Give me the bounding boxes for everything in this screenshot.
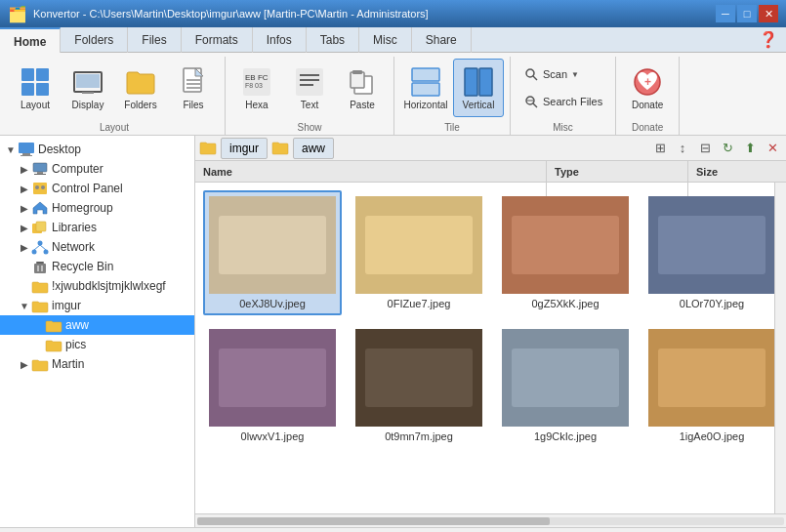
libraries-icon (31, 220, 49, 235)
file-item-3[interactable]: 0LOr70Y.jpeg (642, 190, 781, 315)
network-icon (31, 239, 49, 255)
sidebar-item-label-xjw: !xjwubdklsjtmjklwlxegf (52, 279, 166, 293)
file-item-6[interactable]: 1g9CkIc.jpeg (496, 323, 635, 448)
tab-tabs[interactable]: Tabs (307, 27, 359, 53)
svg-line-28 (533, 103, 537, 107)
sidebar-item-desktop[interactable]: ▼ Desktop (0, 140, 194, 159)
sidebar-item-martin[interactable]: ▶ Martin (0, 354, 194, 374)
tab-folders[interactable]: Folders (61, 27, 128, 53)
status-bar: 305 items 472 MB 119 GB, 103 GB full (87… (0, 527, 786, 532)
svg-rect-0 (21, 68, 34, 81)
controlpanel-icon (31, 181, 49, 196)
tab-home[interactable]: Home (0, 27, 61, 53)
show-buttons: EB FC F8 03 Hexa Text (231, 59, 388, 117)
title-bar-left: 🗂️ Konvertor - C:\Users\Martin\Desktop\i… (8, 5, 429, 23)
layout-button[interactable]: Layout (10, 59, 61, 117)
ribbon-group-layout: Layout Display Folders Files Layout (4, 57, 226, 135)
file-item-7[interactable]: 1igAe0O.jpeg (642, 323, 781, 448)
sidebar: ▼ Desktop ▶ Computer ▶ Control Panel ▶ H… (0, 136, 195, 527)
sidebar-item-homegroup[interactable]: ▶ Homegroup (0, 198, 194, 218)
svg-rect-48 (34, 264, 46, 273)
ribbon-group-misc: Scan ▼ Search Files Misc (511, 57, 616, 135)
svg-rect-55 (365, 216, 473, 274)
expand-icon: ▶ (18, 242, 31, 253)
search-files-button[interactable]: Search Files (517, 90, 609, 113)
file-item-0[interactable]: 0eXJ8Uv.jpeg (203, 190, 342, 315)
paste-button[interactable]: Paste (337, 59, 388, 117)
window-title: Konvertor - C:\Users\Martin\Desktop\imgu… (33, 8, 429, 20)
svg-rect-2 (21, 83, 34, 96)
file-label-2: 0gZ5XkK.jpeg (531, 298, 599, 309)
files-button[interactable]: Files (168, 59, 219, 117)
sidebar-item-pics[interactable]: pics (0, 335, 194, 354)
sidebar-item-libraries[interactable]: ▶ Libraries (0, 218, 194, 237)
file-item-5[interactable]: 0t9mn7m.jpeg (350, 323, 488, 448)
file-label-5: 0t9mn7m.jpeg (385, 430, 453, 442)
folder-icon-martin (31, 356, 49, 372)
breadcrumb-aww[interactable]: aww (293, 138, 334, 159)
scrollbar-horizontal[interactable] (195, 513, 786, 527)
tab-share[interactable]: Share (412, 27, 472, 53)
homegroup-icon (31, 200, 49, 216)
display-button[interactable]: Display (62, 59, 113, 117)
sidebar-item-xjw[interactable]: !xjwubdklsjtmjklwlxegf (0, 276, 194, 296)
sidebar-item-imgur[interactable]: ▼ imgur (0, 296, 194, 315)
scan-button[interactable]: Scan ▼ (517, 62, 609, 86)
close-tab-btn[interactable]: ✕ (763, 139, 782, 158)
sidebar-item-recyclebin[interactable]: Recycle Bin (0, 257, 194, 276)
breadcrumb-imgur[interactable]: imgur (221, 138, 268, 159)
expand-icon: ▼ (4, 144, 18, 155)
content-area: imgur aww ⊞ ↕ ⊟ ↻ ⬆ ✕ Name Type Size Dat… (195, 136, 786, 527)
hexa-button[interactable]: EB FC F8 03 Hexa (231, 59, 282, 117)
svg-rect-14 (296, 68, 323, 96)
ribbon: Home Folders Files Formats Infos Tabs Mi… (0, 27, 786, 136)
sidebar-item-label-martin: Martin (52, 357, 84, 371)
horizontal-button[interactable]: Horizontal (400, 59, 451, 117)
svg-rect-65 (512, 348, 619, 407)
maximize-button[interactable]: □ (737, 5, 757, 22)
sidebar-item-label-computer: Computer (52, 162, 103, 176)
tab-misc[interactable]: Misc (359, 27, 412, 53)
svg-point-25 (526, 69, 534, 77)
filter-btn[interactable]: ⊟ (695, 139, 715, 158)
file-label-4: 0lwvxV1.jpeg (241, 430, 305, 442)
folder-up-btn[interactable]: ⬆ (740, 139, 760, 158)
sidebar-item-network[interactable]: ▶ Network (0, 237, 194, 257)
scrollbar-vertical[interactable] (774, 183, 786, 513)
sort-btn[interactable]: ↕ (673, 139, 692, 158)
minimize-button[interactable]: ─ (716, 5, 735, 22)
vertical-button[interactable]: Vertical (453, 59, 504, 117)
expand-icon: ▶ (18, 203, 31, 214)
close-button[interactable]: ✕ (759, 5, 778, 22)
svg-line-47 (40, 245, 46, 250)
folders-button[interactable]: Folders (115, 59, 166, 117)
donate-button[interactable]: + Donate (622, 59, 673, 117)
svg-rect-34 (21, 155, 32, 156)
folder-icon-xjw (31, 278, 49, 294)
address-actions: ⊞ ↕ ⊟ ↻ ⬆ ✕ (650, 139, 782, 158)
sidebar-item-label-recyclebin: Recycle Bin (52, 260, 113, 273)
file-item-1[interactable]: 0FIZue7.jpeg (350, 190, 488, 315)
help-icon[interactable]: ❓ (759, 30, 778, 49)
text-button[interactable]: Text (284, 59, 335, 117)
tab-infos[interactable]: Infos (253, 27, 307, 53)
svg-rect-63 (365, 348, 473, 407)
svg-rect-38 (33, 183, 47, 194)
expand-icon: ▶ (18, 164, 31, 175)
view-toggle-btn[interactable]: ⊞ (650, 139, 670, 158)
refresh-btn[interactable]: ↻ (718, 139, 737, 158)
tab-files[interactable]: Files (128, 27, 181, 53)
ribbon-content: Layout Display Folders Files Layout (0, 53, 786, 135)
folder-addr-icon (199, 140, 217, 157)
recyclebin-icon (31, 259, 49, 274)
svg-line-46 (34, 245, 40, 250)
file-item-4[interactable]: 0lwvxV1.jpeg (203, 323, 342, 448)
svg-rect-23 (465, 68, 477, 96)
svg-rect-3 (36, 83, 49, 96)
folder-icon-imgur (31, 298, 49, 313)
sidebar-item-controlpanel[interactable]: ▶ Control Panel (0, 179, 194, 198)
file-item-2[interactable]: 0gZ5XkK.jpeg (496, 190, 635, 315)
sidebar-item-aww[interactable]: aww (0, 315, 194, 335)
tab-formats[interactable]: Formats (182, 27, 253, 53)
sidebar-item-computer[interactable]: ▶ Computer (0, 159, 194, 179)
